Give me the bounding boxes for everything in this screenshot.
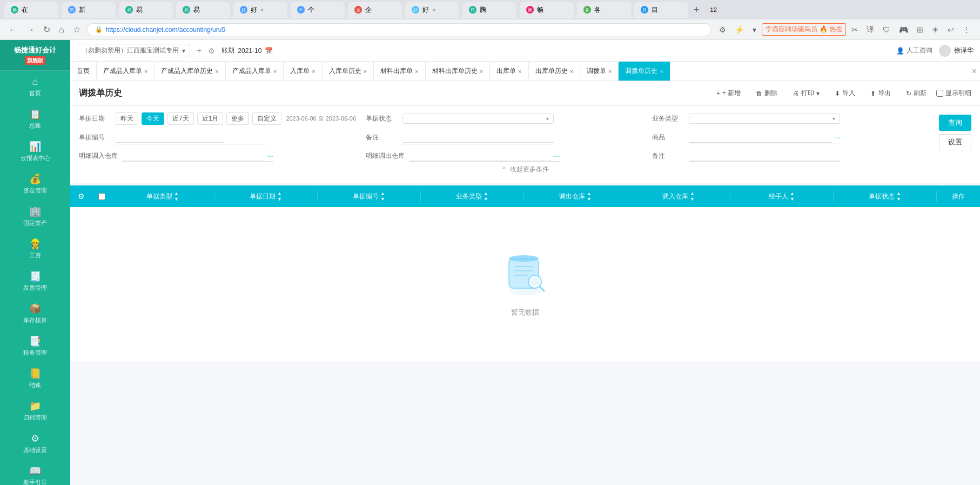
add-company-button[interactable]: + bbox=[197, 46, 202, 56]
th-status[interactable]: 单据状态 ▲▼ bbox=[834, 191, 937, 202]
sidebar-item-invoice[interactable]: 🧾 发票管理 bbox=[0, 265, 70, 297]
undo-button[interactable]: ↩ bbox=[944, 23, 957, 36]
th-order-date[interactable]: 单据日期 ▲▼ bbox=[214, 191, 318, 202]
browser-tab-10[interactable]: 各 各 bbox=[577, 2, 631, 18]
menu-button[interactable]: ⋮ bbox=[959, 23, 974, 36]
sidebar-item-home[interactable]: ⌂ 首页 bbox=[0, 71, 70, 103]
sidebar-item-reports[interactable]: 📊 云报表中心 bbox=[0, 135, 70, 168]
select-all-checkbox[interactable] bbox=[92, 193, 111, 200]
custom-btn[interactable]: 自定义 bbox=[252, 112, 281, 125]
close-page-button[interactable]: × bbox=[972, 67, 980, 76]
shield-button[interactable]: 🛡 bbox=[880, 23, 894, 36]
browser-tab-8[interactable]: 腾 腾 bbox=[462, 2, 516, 18]
close-icon[interactable]: × bbox=[415, 68, 418, 75]
sidebar-item-inventory[interactable]: 📦 库存核算 bbox=[0, 297, 70, 330]
theme-button[interactable]: ☀ bbox=[929, 23, 942, 36]
browser-tab-2[interactable]: 易 易 bbox=[119, 2, 173, 18]
th-out-warehouse[interactable]: 调出仓库 ▲▼ bbox=[524, 191, 627, 202]
settings-gear-button[interactable]: ⚙ bbox=[208, 46, 215, 55]
close-icon[interactable]: × bbox=[364, 68, 367, 75]
th-order-no[interactable]: 单据编号 ▲▼ bbox=[318, 191, 421, 202]
out-warehouse-more-icon[interactable]: ··· bbox=[554, 151, 560, 160]
sidebar-item-closing[interactable]: 📒 结账 bbox=[0, 362, 70, 395]
column-settings-button[interactable]: ⚙ bbox=[70, 192, 92, 201]
game-button[interactable]: 🎮 bbox=[896, 23, 911, 36]
tab-outbound[interactable]: 出库单 × bbox=[490, 62, 528, 81]
extensions-button[interactable]: ⚙ bbox=[716, 23, 729, 36]
new-button[interactable]: + + 新增 bbox=[711, 87, 746, 100]
tab-outbound-history[interactable]: 出库单历史 × bbox=[529, 62, 580, 81]
close-icon[interactable]: × bbox=[570, 68, 573, 75]
sidebar-item-assets[interactable]: 🏢 固定资产 bbox=[0, 200, 70, 232]
browser-tab-11[interactable]: 目 目 bbox=[634, 2, 688, 18]
url-bar[interactable]: 🔒 https://cloud.chanjet.com/accounting/u… bbox=[87, 23, 712, 36]
out-warehouse-input[interactable] bbox=[409, 150, 552, 161]
close-icon[interactable]: × bbox=[480, 68, 483, 75]
back-button[interactable]: ← bbox=[6, 23, 19, 37]
more-button[interactable]: ▾ bbox=[749, 23, 760, 36]
tab-material-outbound[interactable]: 材料出库单 × bbox=[374, 62, 425, 81]
home-button[interactable]: ⌂ bbox=[57, 23, 66, 37]
bookmark-add-button[interactable]: ⚡ bbox=[731, 23, 747, 36]
tab-inbound[interactable]: 入库单 × bbox=[284, 62, 322, 81]
sidebar-item-ledger[interactable]: 📋 总账 bbox=[0, 103, 70, 135]
tab-transfer-history[interactable]: 调拨单历史 × bbox=[619, 62, 670, 81]
th-in-warehouse[interactable]: 调入仓库 ▲▼ bbox=[627, 191, 730, 202]
close-icon[interactable]: × bbox=[273, 68, 277, 75]
display-toggle[interactable]: 显示明细 bbox=[936, 89, 971, 98]
browser-tab-4[interactable]: 好 好 × bbox=[233, 2, 287, 18]
grid-button[interactable]: ⊞ bbox=[914, 23, 927, 36]
close-icon[interactable]: × bbox=[608, 68, 612, 75]
week-btn[interactable]: 近7天 bbox=[167, 112, 194, 125]
goods-more-icon[interactable]: ··· bbox=[834, 133, 841, 142]
period-selector[interactable]: 账期 2021-10 📅 bbox=[221, 46, 273, 55]
service-button[interactable]: 👤 人工咨询 bbox=[896, 46, 932, 55]
sidebar-item-guide[interactable]: 📖 新手引导 bbox=[0, 460, 70, 485]
browser-tab-3[interactable]: 易 易 bbox=[176, 2, 230, 18]
th-handler[interactable]: 经手人 ▲▼ bbox=[730, 191, 834, 202]
translate-button[interactable]: 译 bbox=[863, 23, 877, 37]
sidebar-item-fund[interactable]: 💰 资金管理 bbox=[0, 168, 70, 200]
browser-tab-5[interactable]: 个 个 bbox=[291, 2, 345, 18]
browser-tab-1[interactable]: 新 新 bbox=[62, 2, 116, 18]
user-info[interactable]: 徐泽华 bbox=[939, 45, 974, 57]
refresh-button[interactable]: ↻ 刷新 bbox=[901, 87, 932, 100]
in-warehouse-more-icon[interactable]: ··· bbox=[267, 151, 273, 160]
sidebar-item-tax[interactable]: 📑 税务管理 bbox=[0, 330, 70, 362]
remark-input[interactable] bbox=[402, 131, 554, 143]
more-btn[interactable]: 更多 bbox=[226, 112, 249, 125]
th-biz-type[interactable]: 业务类型 ▲▼ bbox=[421, 191, 524, 202]
new-tab-button[interactable]: + bbox=[692, 4, 702, 16]
tab-product-inbound[interactable]: 产成品入库单 × bbox=[97, 62, 155, 81]
collapse-button[interactable]: ⌃ 收起更多条件 bbox=[79, 162, 971, 176]
company-selector[interactable]: （勿删勿禁用）江西服宝测试专用 ▾ bbox=[77, 44, 190, 57]
tab-material-outbound-history[interactable]: 材料出库单历史 × bbox=[426, 62, 490, 81]
yesterday-btn[interactable]: 昨天 bbox=[116, 112, 138, 125]
goods-input[interactable] bbox=[689, 131, 831, 143]
in-warehouse-input[interactable] bbox=[122, 150, 265, 161]
display-checkbox[interactable] bbox=[936, 90, 943, 97]
query-button[interactable]: 查询 bbox=[939, 115, 971, 131]
close-icon[interactable]: × bbox=[518, 68, 521, 75]
forward-button[interactable]: → bbox=[24, 23, 37, 37]
orderno-input[interactable] bbox=[116, 131, 224, 143]
biztype-select[interactable]: ▾ bbox=[689, 114, 840, 124]
sidebar-item-settings[interactable]: ⚙ 基础设置 bbox=[0, 427, 70, 460]
browser-tab-6[interactable]: 企 企 bbox=[348, 2, 402, 18]
tab-product-inbound2[interactable]: 产成品入库单 × bbox=[226, 62, 284, 81]
import-button[interactable]: ⬇ 导入 bbox=[829, 87, 861, 100]
status-select[interactable]: ▾ bbox=[402, 114, 554, 124]
close-icon[interactable]: × bbox=[660, 68, 663, 75]
delete-button[interactable]: 🗑 删除 bbox=[750, 87, 783, 100]
browser-tab-9[interactable]: 畅 畅 bbox=[520, 2, 574, 18]
scissors-button[interactable]: ✂ bbox=[848, 23, 861, 36]
month-btn[interactable]: 近1月 bbox=[197, 112, 224, 125]
select-all-input[interactable] bbox=[98, 193, 105, 200]
close-icon[interactable]: × bbox=[144, 68, 147, 75]
sidebar-item-payroll[interactable]: 👷 工资 bbox=[0, 232, 70, 265]
close-icon[interactable]: × bbox=[312, 68, 315, 75]
note-input[interactable] bbox=[689, 150, 840, 161]
print-button[interactable]: 🖨 打印 ▾ bbox=[787, 87, 825, 100]
browser-tab-7[interactable]: 好 好 × bbox=[405, 2, 459, 18]
th-order-type[interactable]: 单据类型 ▲▼ bbox=[111, 191, 214, 202]
